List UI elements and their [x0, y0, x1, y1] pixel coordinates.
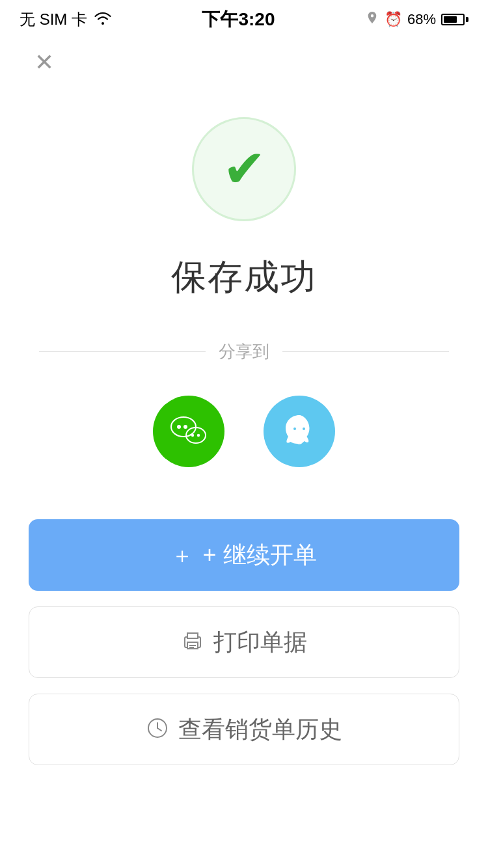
svg-point-1 [177, 425, 181, 429]
success-icon-circle: ✔ [192, 117, 296, 221]
svg-point-4 [191, 434, 194, 437]
clock-icon [146, 716, 169, 743]
continue-order-label: + 继续开单 [202, 539, 316, 571]
svg-rect-9 [189, 645, 196, 646]
alarm-icon: ⏰ [385, 11, 402, 28]
svg-rect-7 [187, 633, 198, 638]
continue-order-button[interactable]: ＋ + 继续开单 [29, 519, 459, 591]
share-label: 分享到 [206, 340, 282, 363]
close-button[interactable]: ✕ [29, 47, 60, 78]
status-right: ⏰ 68% [365, 10, 468, 29]
wifi-icon [94, 10, 112, 29]
print-button[interactable]: 打印单据 [29, 606, 459, 678]
plus-icon: ＋ [171, 544, 193, 566]
success-title: 保存成功 [171, 254, 317, 301]
print-label: 打印单据 [213, 627, 307, 658]
share-divider: 分享到 [0, 340, 488, 363]
checkmark-icon: ✔ [223, 143, 266, 195]
location-icon [365, 10, 379, 29]
battery-percent: 68% [407, 11, 436, 28]
qq-share-button[interactable] [264, 396, 335, 467]
divider-line-left [39, 351, 206, 352]
status-time: 下午3:20 [202, 7, 275, 32]
carrier-text: 无 SIM 卡 [20, 9, 87, 30]
divider-line-right [282, 351, 449, 352]
svg-line-13 [157, 728, 161, 731]
svg-point-5 [197, 434, 200, 437]
share-icons-container [153, 396, 335, 467]
wechat-share-button[interactable] [153, 396, 224, 467]
status-bar: 无 SIM 卡 下午3:20 ⏰ 68% [0, 0, 488, 39]
main-content: ✔ 保存成功 分享到 [0, 39, 488, 765]
battery-icon [441, 14, 468, 25]
status-left: 无 SIM 卡 [20, 9, 112, 30]
svg-point-2 [183, 425, 187, 429]
history-label: 查看销货单历史 [178, 714, 342, 746]
action-buttons-container: ＋ + 继续开单 打印单据 [0, 519, 488, 765]
close-icon: ✕ [34, 51, 54, 74]
printer-icon [181, 631, 204, 655]
svg-rect-10 [189, 647, 194, 648]
history-button[interactable]: 查看销货单历史 [29, 694, 459, 765]
